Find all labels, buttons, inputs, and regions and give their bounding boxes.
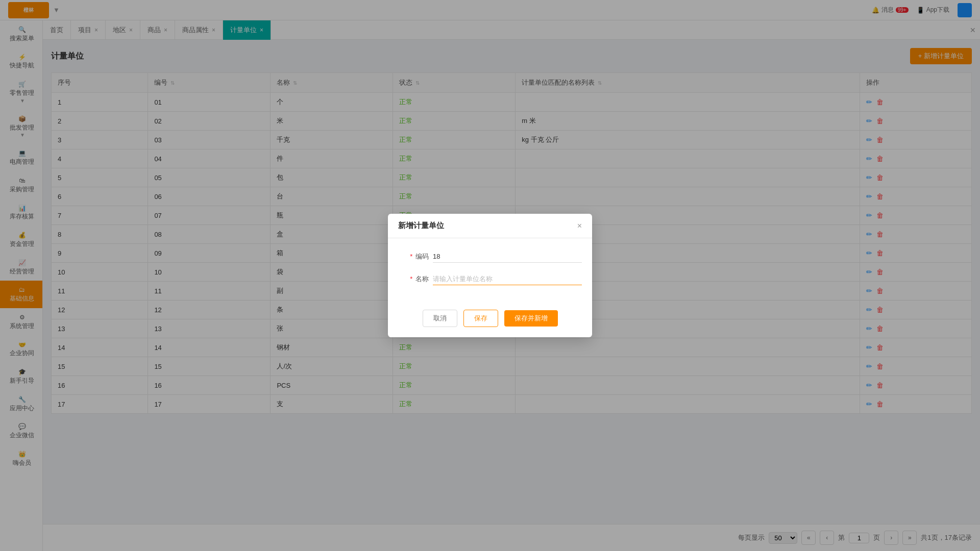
form-row-code: * 编码 (398, 251, 582, 263)
modal-header: 新增计量单位 × (388, 214, 592, 238)
modal-body: * 编码 * 名称 (388, 238, 592, 304)
form-row-name: * 名称 (398, 273, 582, 285)
name-label: * 名称 (398, 274, 429, 284)
name-input[interactable] (433, 273, 582, 285)
modal-title: 新增计量单位 (398, 221, 444, 231)
required-mark: * (410, 253, 412, 260)
code-label: * 编码 (398, 252, 429, 261)
cancel-button[interactable]: 取消 (423, 310, 457, 327)
code-input[interactable] (433, 251, 582, 263)
name-required-mark: * (410, 275, 412, 283)
add-unit-modal: 新增计量单位 × * 编码 * 名称 取消 保存 保存并新增 (388, 214, 592, 337)
modal-overlay[interactable]: 新增计量单位 × * 编码 * 名称 取消 保存 保存并新增 (0, 0, 980, 551)
save-new-button[interactable]: 保存并新增 (504, 310, 558, 327)
modal-footer: 取消 保存 保存并新增 (388, 304, 592, 337)
modal-close-btn[interactable]: × (577, 222, 582, 230)
save-button[interactable]: 保存 (463, 310, 498, 327)
